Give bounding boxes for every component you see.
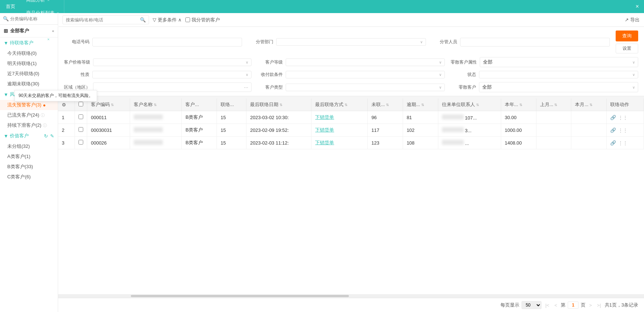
action-link-icon[interactable]: 🔗 [610, 115, 616, 120]
value-refresh-icon[interactable]: ↻ [44, 133, 48, 139]
cell-checkbox [75, 111, 87, 124]
sidebar-item-tomorrow[interactable]: 明天待联络(1) [0, 58, 58, 69]
cell-contacts: 107... [438, 111, 501, 124]
tab-close-商品分析[interactable]: × [47, 0, 49, 2]
sidebar: 🔍 ⊞ 全部客户 « ▼ 待联络客户 今天待联络(0) 明天待联络(1) 近7天… [0, 13, 58, 312]
churned-info-icon[interactable]: ⓘ [41, 113, 45, 118]
filter-field-department: 分管部门 ∨ [248, 38, 426, 46]
cell-code: 000026 [87, 137, 130, 149]
h-scrollbar[interactable] [58, 294, 644, 298]
cell-this-year: 1408.00 [501, 137, 536, 149]
customer-level-label: 客户等级 [257, 59, 283, 65]
sidebar-item-declining[interactable]: 持续下滑客户(2) ⓘ [0, 120, 58, 130]
manager-input[interactable] [460, 38, 610, 46]
row-checkbox[interactable] [79, 114, 83, 119]
customer-type-select[interactable]: ∨ [286, 84, 445, 91]
sidebar-item-7days[interactable]: 近7天待联络(0) [0, 69, 58, 79]
customer-level-select[interactable]: ∨ [286, 58, 445, 66]
export-icon: ↗ [625, 17, 629, 23]
sidebar-all-customers[interactable]: ⊞ 全部客户 « [0, 25, 58, 37]
area-select[interactable]: ··· [93, 82, 251, 92]
table-row: 3 000026 B类客户 15 2023-02-03 11:12: 下销货单 … [58, 137, 644, 149]
section-title-pending: 待联络客户 [10, 40, 33, 46]
sidebar-item-classB[interactable]: B类客户(33) [0, 162, 58, 172]
cell-last-month [536, 111, 571, 124]
sidebar-item-churn-warning[interactable]: 流失预警客户(3) ● [0, 100, 58, 110]
h-scrollbar-thumb [131, 295, 349, 297]
sidebar-search-input[interactable] [10, 16, 58, 21]
cell-this-month [571, 111, 607, 124]
th-contact-count: 联络... [217, 98, 246, 111]
sidebar-item-classC[interactable]: C类客户(6) [0, 172, 58, 182]
value-edit-icon[interactable]: ✎ [50, 133, 54, 139]
nav-tab-商品分析[interactable]: 商品分析× [21, 0, 64, 7]
tab-close-商品分析列表[interactable]: × [57, 11, 59, 15]
filter-field-payment: 收付款条件 ∨ [257, 71, 445, 78]
status-select[interactable]: ∨ [479, 71, 638, 78]
cell-actions: 🔗 ⋮⋮ [607, 124, 644, 137]
cell-last-type: 下销货单 [311, 111, 368, 124]
more-conditions-arrow: ∧ [178, 17, 182, 23]
action-menu-icon[interactable]: ⋮⋮ [618, 140, 628, 146]
status-label: 状态 [451, 72, 476, 78]
sidebar-item-churned[interactable]: 已流失客户(24) ⓘ [0, 110, 58, 120]
row-checkbox[interactable] [79, 140, 83, 145]
filter-field-customer-level: 客户等级 ∨ [257, 58, 445, 66]
more-conditions-btn[interactable]: ▽ 更多条件 ∧ [153, 17, 182, 23]
price-level-select[interactable]: ∨ [93, 58, 251, 66]
prev-page-btn[interactable]: < [553, 302, 559, 309]
cell-num: 2 [58, 124, 75, 137]
row-checkbox[interactable] [79, 127, 83, 132]
nav-home[interactable]: 首页 [0, 0, 21, 13]
cell-this-year: 30.00 [501, 111, 536, 124]
action-link-icon[interactable]: 🔗 [610, 140, 616, 146]
tab-close-客户联系[interactable]: × [47, 37, 49, 41]
nature-arrow: ∨ [246, 73, 248, 77]
page-suffix: 页 [581, 302, 585, 308]
action-menu-icon[interactable]: ⋮⋮ [618, 127, 628, 133]
select-all-checkbox[interactable] [79, 102, 83, 106]
phone-input[interactable] [92, 38, 242, 46]
my-customers-check[interactable] [185, 17, 190, 22]
filter-row-1: 电话号码 分管部门 ∨ 分管人员 查询 设置 [64, 31, 638, 53]
last-type-link[interactable]: 下销货单 [315, 114, 334, 120]
page-number-input[interactable] [568, 301, 579, 309]
next-page-btn[interactable]: > [588, 302, 593, 309]
zero-attr-select[interactable]: 全部 ∨ [480, 57, 638, 67]
sidebar-item-overdue-contact[interactable]: 逾期未联络(30) [0, 79, 58, 89]
cell-checkbox [75, 137, 87, 149]
tab-close-客户分层经营[interactable]: × [57, 24, 59, 28]
area-dots-btn[interactable]: ··· [244, 84, 248, 90]
filter-row-4: 区域（地区） ··· 客户类型 ∨ 零散客户 全部 ∨ [64, 82, 638, 92]
cell-no-contact: 96 [368, 111, 403, 124]
zero-customer-label: 零散客户 [451, 84, 476, 90]
nature-select[interactable]: ∨ [92, 71, 251, 78]
sidebar-item-classA[interactable]: A类客户(1) [0, 151, 58, 162]
section-arrow-risk: ▼ [4, 92, 8, 97]
declining-info-icon[interactable]: ⓘ [43, 123, 47, 128]
cell-last-type: 下销货单 [311, 137, 368, 149]
last-type-link[interactable]: 下销货单 [315, 127, 334, 133]
filter-search-input[interactable] [66, 17, 138, 23]
per-page-select[interactable]: 50 100 200 [522, 301, 542, 309]
collapse-icon[interactable]: « [52, 29, 54, 33]
payment-select[interactable]: ∨ [286, 71, 445, 78]
export-button[interactable]: ↗ 导出 [625, 17, 640, 23]
close-window-button[interactable]: × [631, 3, 644, 10]
sidebar-section-value[interactable]: ▼ 价值客户 ↻ ✎ [0, 130, 58, 141]
sidebar-item-today[interactable]: 今天待联络(0) [0, 48, 58, 58]
action-link-icon[interactable]: 🔗 [610, 127, 616, 133]
churn-warning-dot: ● [43, 102, 46, 108]
last-page-btn[interactable]: >| [596, 302, 603, 309]
first-page-btn[interactable]: |< [544, 302, 551, 309]
zero-customer-select[interactable]: 全部 ∨ [479, 82, 638, 92]
section-arrow-pending: ▼ [4, 40, 8, 46]
th-actions: 联络动作 [607, 98, 644, 111]
sidebar-item-ungrouped[interactable]: 未分组(32) [0, 141, 58, 151]
action-menu-icon[interactable]: ⋮⋮ [618, 115, 628, 120]
query-button[interactable]: 查询 [616, 31, 638, 41]
my-customers-checkbox[interactable]: 我分管的客户 [185, 17, 220, 23]
department-select[interactable]: ∨ [276, 38, 426, 46]
last-type-link[interactable]: 下销货单 [315, 140, 334, 145]
settings-button[interactable]: 设置 [616, 44, 638, 53]
